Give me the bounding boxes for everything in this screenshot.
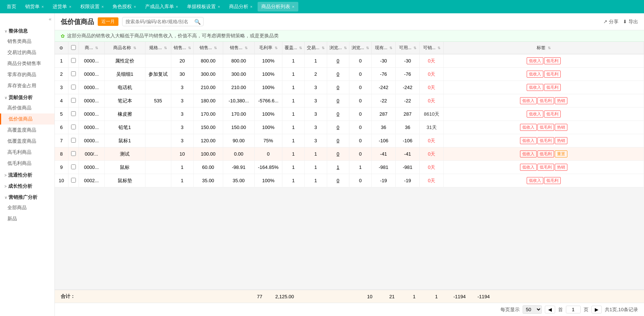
search-input[interactable]	[122, 17, 204, 26]
nav-item-首页[interactable]: 首页	[3, 2, 20, 11]
sidebar-item-商品分类销售率[interactable]: 商品分类销售率	[0, 58, 54, 69]
col-saleable[interactable]: 可销... ⇅	[420, 42, 444, 54]
row-checkbox-cell[interactable]	[68, 108, 78, 121]
row-checkbox[interactable]	[71, 138, 76, 143]
row-checkbox-cell[interactable]	[68, 161, 78, 174]
col-sales2[interactable]: 销售... ⇅	[193, 42, 223, 54]
sidebar-item-低覆盖度商品[interactable]: 低覆盖度商品	[0, 136, 54, 147]
col-code[interactable]: 商... ⇅	[78, 42, 104, 54]
sidebar-group-贡献值分析[interactable]: ∨贡献值分析	[0, 91, 54, 102]
nav-item-进货单[interactable]: 进货单×	[49, 2, 75, 11]
nav-item-角色授权[interactable]: 角色授权×	[109, 2, 140, 11]
row-checkbox-cell[interactable]	[68, 147, 78, 161]
sidebar-item-销售类商品[interactable]: 销售类商品	[0, 36, 54, 47]
sidebar-item-高毛利商品[interactable]: 高毛利商品	[0, 147, 54, 158]
col-spec[interactable]: 规格... ⇅	[145, 42, 171, 54]
sidebar-group-营销推广分析[interactable]: ∨营销推广分析	[0, 191, 54, 202]
sidebar-item-低价值商品[interactable]: 低价值商品	[0, 113, 54, 125]
col-coverage[interactable]: 覆盖... ⇅	[282, 42, 304, 54]
nav-item-销货单[interactable]: 销货单×	[21, 2, 47, 11]
row-name: 笔记本	[104, 94, 145, 108]
col-sales1[interactable]: 销售... ⇅	[171, 42, 193, 54]
row-name: 铅笔1	[104, 121, 145, 134]
row-checkbox-cell[interactable]	[68, 81, 78, 94]
sidebar-item-交易过的商品[interactable]: 交易过的商品	[0, 47, 54, 58]
close-icon[interactable]: ×	[134, 4, 136, 9]
nav-item-产成品入库单[interactable]: 产成品入库单×	[141, 2, 182, 11]
sidebar-item-库存资金占用[interactable]: 库存资金占用	[0, 80, 54, 91]
nav-item-商品分析[interactable]: 商品分析×	[225, 2, 256, 11]
nav-item-商品分析列表[interactable]: 商品分析列表×	[258, 2, 298, 11]
sidebar-item-新品[interactable]: 新品	[0, 213, 54, 224]
col-tags[interactable]: 标签 ⇅	[444, 42, 644, 54]
sidebar-item-低毛利商品[interactable]: 低毛利商品	[0, 158, 54, 169]
col-current[interactable]: 现有... ⇅	[372, 42, 396, 54]
col-name[interactable]: 商品名称 ⇅	[104, 42, 145, 54]
nav-item-单据模板设置[interactable]: 单据模板设置×	[183, 2, 224, 11]
next-page-btn[interactable]: ▶	[591, 306, 602, 313]
close-icon[interactable]: ×	[41, 4, 44, 9]
col-available[interactable]: 可用... ⇅	[396, 42, 420, 54]
row-checkbox-cell[interactable]	[68, 94, 78, 108]
col-browse2[interactable]: 浏览... ⇅	[349, 42, 371, 54]
col-trade[interactable]: 交易... ⇅	[305, 42, 327, 54]
chevron-icon: ∨	[4, 29, 7, 33]
close-icon[interactable]: ×	[176, 4, 178, 9]
nav-item-权限设置[interactable]: 权限设置×	[77, 2, 107, 11]
row-margin: 100%	[254, 68, 282, 81]
col-settings[interactable]: ⚙	[55, 42, 68, 54]
row-checkbox[interactable]	[71, 71, 76, 76]
close-icon[interactable]: ×	[250, 4, 252, 9]
row-checkbox[interactable]	[71, 164, 76, 169]
row-current: -41	[372, 147, 396, 161]
close-icon[interactable]: ×	[218, 4, 220, 9]
close-icon[interactable]: ×	[69, 4, 71, 9]
close-icon[interactable]: ×	[101, 4, 104, 9]
table-wrapper[interactable]: ⚙ 商... ⇅ 商品名称 ⇅ 规格... ⇅ 销售... ⇅ 销售... ⇅ …	[55, 42, 644, 289]
row-checkbox[interactable]	[71, 111, 76, 116]
row-checkbox[interactable]	[71, 58, 76, 63]
sidebar-group-流通性分析[interactable]: >流通性分析	[0, 169, 54, 180]
row-browse1[interactable]: 1	[327, 161, 349, 174]
row-sales1: 1	[171, 161, 193, 174]
export-btn[interactable]: ⬇ 导出	[623, 18, 638, 25]
col-sales3[interactable]: 销售... ⇅	[223, 42, 254, 54]
col-browse1[interactable]: 浏览... ⇅	[327, 42, 349, 54]
row-coverage: 1	[282, 108, 304, 121]
row-sales3: 90.00	[223, 134, 254, 147]
row-checkbox-cell[interactable]	[68, 174, 78, 187]
page-size-select[interactable]: 50 100	[523, 305, 542, 314]
sidebar-item-零库存的商品[interactable]: 零库存的商品	[0, 69, 54, 80]
row-checkbox[interactable]	[71, 85, 76, 89]
row-checkbox-cell[interactable]	[68, 121, 78, 134]
row-checkbox-cell[interactable]	[68, 134, 78, 147]
col-margin[interactable]: 毛利率 ⇅	[254, 42, 282, 54]
filter-month-btn[interactable]: 近一月	[98, 17, 118, 26]
row-index: 1	[55, 54, 68, 68]
row-tags: 低收入低毛利热销	[444, 134, 644, 147]
browse1-link[interactable]: 1	[337, 164, 339, 170]
row-spec	[145, 108, 171, 121]
sidebar-item-高覆盖度商品[interactable]: 高覆盖度商品	[0, 125, 54, 136]
sidebar-group-整体信息[interactable]: ∨整体信息	[0, 25, 54, 36]
first-page-btn[interactable]: ◀	[545, 306, 555, 313]
row-checkbox[interactable]	[71, 125, 76, 129]
row-browse1: 0	[327, 147, 349, 161]
row-checkbox-cell[interactable]	[68, 68, 78, 81]
sidebar-item-全部商品[interactable]: 全部商品	[0, 202, 54, 213]
close-icon[interactable]: ×	[292, 4, 294, 9]
row-checkbox[interactable]	[71, 151, 76, 156]
sidebar-group-成长性分析[interactable]: >成长性分析	[0, 180, 54, 191]
share-btn[interactable]: ↗ 分享	[603, 18, 618, 25]
row-checkbox[interactable]	[71, 178, 76, 183]
select-all-checkbox[interactable]	[71, 45, 76, 50]
row-checkbox[interactable]	[71, 98, 76, 103]
row-checkbox-cell[interactable]	[68, 54, 78, 68]
sidebar-collapse-btn[interactable]: «	[0, 13, 54, 25]
sidebar-item-高价值商品[interactable]: 高价值商品	[0, 102, 54, 113]
row-current: -981	[372, 161, 396, 174]
search-icon-btn[interactable]: 🔍	[194, 19, 201, 25]
row-name: 电话机	[104, 81, 145, 94]
page-number-input[interactable]	[566, 306, 581, 313]
tag-低毛利: 低毛利	[537, 97, 554, 104]
